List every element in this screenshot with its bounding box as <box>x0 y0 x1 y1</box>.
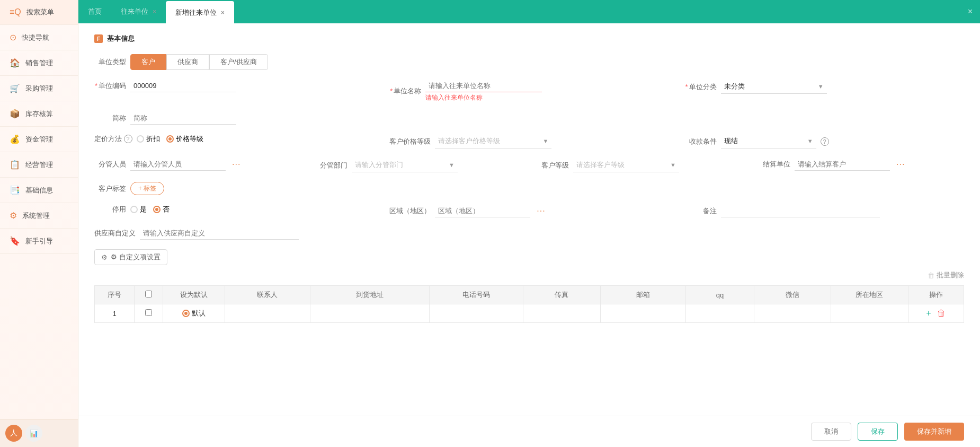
tab-partners[interactable]: 往来单位 × <box>111 0 166 23</box>
sidebar-item-quick-nav[interactable]: ⊙ 快捷导航 <box>0 25 78 50</box>
add-row-button[interactable]: + <box>924 309 933 318</box>
supplier-custom-row: 供应商自定义 <box>94 227 964 240</box>
region-cell-input[interactable] <box>851 310 888 318</box>
sidebar-item-operations[interactable]: 📋 经营管理 <box>0 152 78 178</box>
unit-type-customer[interactable]: 客户 <box>130 54 166 70</box>
required-unit-code: *单位编码 <box>94 81 126 91</box>
wechat-input[interactable] <box>774 310 811 318</box>
settlement-unit-label: 结算单位 <box>759 160 790 169</box>
customer-level-field: 客户等级 请选择客户等级 ▼ <box>537 158 743 172</box>
add-tag-button[interactable]: + 标签 <box>130 182 164 195</box>
col-address: 到货地址 <box>310 286 430 304</box>
default-radio[interactable]: 默认 <box>168 309 219 318</box>
custom-settings-button[interactable]: ⚙ ⚙ 自定义项设置 <box>94 249 167 265</box>
sidebar-item-finance[interactable]: 💰 资金管理 <box>0 127 78 152</box>
col-default: 设为默认 <box>163 286 225 304</box>
manager-row: 分管人员 ··· 分管部门 请输入分管部门 ▼ 客户等级 请选择客户等级 ▼ 结… <box>94 158 964 172</box>
cell-email[interactable] <box>600 304 685 323</box>
email-input[interactable] <box>622 310 664 318</box>
finance-icon: 💰 <box>10 134 20 144</box>
cell-fax[interactable] <box>523 304 600 323</box>
cell-qq[interactable] <box>685 304 754 323</box>
sales-icon: 🏠 <box>10 58 20 68</box>
save-new-button[interactable]: 保存并新增 <box>904 423 964 441</box>
sidebar-item-sales[interactable]: 🏠 销售管理 <box>0 50 78 76</box>
customer-level-select[interactable]: 请选择客户等级 ▼ <box>573 158 679 172</box>
pricing-radio-group: 折扣 价格等级 <box>137 134 203 144</box>
cell-region[interactable] <box>831 304 908 323</box>
section-title-text: 基本信息 <box>107 34 135 43</box>
sidebar-item-system[interactable]: ⚙ 系统管理 <box>0 203 78 229</box>
region-more-btn[interactable]: ··· <box>534 206 547 216</box>
sidebar-item-guide[interactable]: 🔖 新手引导 <box>0 229 78 254</box>
region-label: 区域（地区） <box>389 206 431 216</box>
unit-type-both[interactable]: 客户/供应商 <box>209 54 268 70</box>
col-fax: 传真 <box>523 286 600 304</box>
chevron-down-icon-3: ▼ <box>807 138 813 144</box>
col-email: 邮箱 <box>600 286 685 304</box>
cell-checkbox[interactable] <box>135 304 163 323</box>
radio-discount-circle <box>137 135 144 143</box>
cancel-button[interactable]: 取消 <box>811 423 851 441</box>
payment-condition-select[interactable]: 现结 ▼ <box>721 134 816 148</box>
sidebar-item-inventory[interactable]: 📦 库存核算 <box>0 101 78 127</box>
pricing-help-icon[interactable]: ? <box>124 135 132 143</box>
row-checkbox[interactable] <box>145 309 152 316</box>
qq-input[interactable] <box>704 310 736 318</box>
contact-input[interactable] <box>246 310 289 318</box>
region-input[interactable] <box>435 205 530 217</box>
delete-row-button[interactable]: 🗑 <box>935 309 948 318</box>
manager-input[interactable] <box>130 158 226 171</box>
disabled-row: 停用 是 否 区域（地区） ··· 备注 <box>94 205 964 217</box>
sidebar-item-search[interactable]: ≡Q 搜索菜单 <box>0 0 78 25</box>
radio-yes[interactable]: 是 <box>130 205 147 214</box>
cell-contact[interactable] <box>225 304 310 323</box>
settlement-unit-input[interactable] <box>795 158 890 171</box>
cell-phone[interactable] <box>430 304 523 323</box>
address-input[interactable] <box>338 310 402 318</box>
save-button[interactable]: 保存 <box>858 423 898 441</box>
table-icon: 🗑 <box>928 271 934 279</box>
batch-delete-label[interactable]: 批量删除 <box>937 270 964 280</box>
short-name-input[interactable] <box>130 112 236 125</box>
operations-icon: 📋 <box>10 160 20 170</box>
cell-actions: + 🗑 <box>908 304 964 323</box>
manager-field: 分管人员 ··· <box>94 158 300 171</box>
remark-input[interactable] <box>721 205 880 217</box>
cell-wechat[interactable] <box>754 304 831 323</box>
radio-price-level[interactable]: 价格等级 <box>166 134 203 144</box>
payment-help-icon[interactable]: ? <box>821 137 829 146</box>
search-menu-icon: ≡Q <box>10 7 21 17</box>
customer-price-level-select[interactable]: 请选择客户价格等级 ▼ <box>435 134 551 148</box>
manager-more-btn[interactable]: ··· <box>230 160 243 169</box>
sidebar-item-label: 搜索菜单 <box>26 7 54 17</box>
unit-category-select[interactable]: 未分类 ▼ <box>721 80 827 94</box>
short-name-row: 简称 <box>94 112 964 125</box>
sidebar-item-purchase[interactable]: 🛒 采购管理 <box>0 76 78 101</box>
phone-input[interactable] <box>452 310 500 318</box>
custom-settings-section: ⚙ ⚙ 自定义项设置 <box>94 249 964 265</box>
department-select[interactable]: 请输入分管部门 ▼ <box>352 158 458 172</box>
select-all-checkbox[interactable] <box>145 291 152 297</box>
radio-no[interactable]: 否 <box>153 205 170 214</box>
col-checkbox-header[interactable] <box>135 286 163 304</box>
unit-type-supplier[interactable]: 供应商 <box>166 54 209 70</box>
sidebar-item-base-info[interactable]: 📑 基础信息 <box>0 178 78 203</box>
col-action: 操作 <box>908 286 964 304</box>
required-unit-name: *单位名称 <box>389 86 421 96</box>
close-all-tabs[interactable]: × <box>960 7 980 16</box>
tab-new-partner-close[interactable]: × <box>221 9 225 16</box>
tab-partners-close[interactable]: × <box>153 8 156 15</box>
supplier-custom-input[interactable] <box>140 227 299 240</box>
tab-home-label: 首页 <box>88 7 102 16</box>
settlement-more-btn[interactable]: ··· <box>894 160 907 169</box>
unit-name-input[interactable] <box>425 80 542 92</box>
unit-code-input[interactable] <box>130 80 236 92</box>
radio-discount[interactable]: 折扣 <box>137 134 160 144</box>
manager-label: 分管人员 <box>94 160 126 169</box>
tab-new-partner[interactable]: 新增往来单位 × <box>166 1 234 24</box>
tab-home[interactable]: 首页 <box>78 0 111 23</box>
cell-address[interactable] <box>310 304 430 323</box>
fax-input[interactable] <box>543 310 580 318</box>
pricing-method-field: 定价方法 ? 折扣 价格等级 <box>94 134 373 144</box>
